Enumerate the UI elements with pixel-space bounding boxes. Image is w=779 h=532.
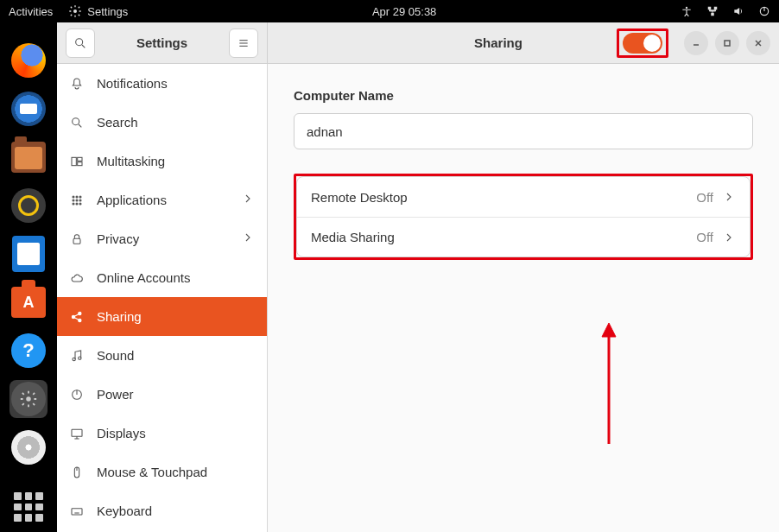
pane-title: Sharing	[276, 35, 617, 50]
svg-line-18	[79, 124, 81, 127]
network-icon	[706, 5, 719, 17]
hamburger-menu-button[interactable]	[229, 28, 258, 58]
dock-disc[interactable]	[10, 428, 48, 466]
sidebar-item-label: Applications	[97, 193, 167, 207]
svg-point-26	[76, 200, 78, 201]
svg-point-0	[73, 10, 77, 13]
sidebar-item-online-accounts[interactable]: Online Accounts	[57, 258, 267, 297]
topbar-app-indicator[interactable]: Settings	[68, 4, 128, 18]
sidebar-item-label: Sharing	[97, 309, 142, 324]
svg-point-38	[79, 357, 81, 359]
disc-icon	[11, 430, 46, 465]
writer-icon	[12, 236, 45, 272]
sidebar-item-applications[interactable]: Applications	[57, 180, 267, 219]
sidebar-item-label: Sound	[97, 348, 134, 363]
annotation-arrow	[596, 323, 622, 444]
show-applications-button[interactable]	[14, 492, 43, 522]
sidebar-item-label: Mouse & Touchpad	[97, 465, 207, 479]
sidebar-item-label: Search	[97, 115, 138, 130]
settings-window: Settings Sharing NotificationsSearchMult…	[57, 22, 779, 532]
svg-point-37	[73, 358, 75, 360]
svg-rect-14	[725, 41, 730, 46]
computer-name-input[interactable]	[294, 113, 753, 149]
dock-help[interactable]: ?	[10, 332, 48, 370]
svg-point-28	[73, 203, 74, 205]
sidebar-item-label: Privacy	[97, 231, 139, 246]
power-icon	[69, 388, 85, 402]
close-icon	[754, 39, 763, 48]
volume-icon	[732, 5, 744, 17]
sidebar-title: Settings	[102, 35, 222, 50]
svg-point-24	[79, 196, 81, 198]
svg-point-22	[73, 196, 74, 198]
sidebar-item-search[interactable]: Search	[57, 103, 267, 142]
svg-line-9	[82, 45, 85, 48]
sidebar-item-multitasking[interactable]: Multitasking	[57, 142, 267, 180]
svg-point-8	[76, 38, 83, 45]
dock-rhythmbox[interactable]	[10, 187, 48, 225]
search-button[interactable]	[66, 28, 95, 58]
sidebar-item-label: Online Accounts	[97, 270, 190, 285]
dock-settings[interactable]	[10, 380, 48, 418]
dock-firefox[interactable]	[10, 41, 48, 79]
gnome-topbar: Activities Settings Apr 29 05:38	[0, 0, 779, 22]
sidebar-item-label: Keyboard	[97, 504, 152, 518]
rhythmbox-icon	[11, 188, 46, 223]
svg-marker-52	[602, 323, 616, 337]
chevron-right-icon	[241, 192, 255, 208]
sidebar-item-notifications[interactable]: Notifications	[57, 64, 267, 103]
topbar-clock[interactable]: Apr 29 05:38	[128, 5, 681, 18]
chevron-right-icon	[241, 231, 255, 247]
window-close-button[interactable]	[746, 31, 770, 55]
svg-point-29	[76, 203, 78, 205]
bell-icon	[69, 77, 85, 91]
minimize-icon	[692, 39, 700, 48]
svg-point-27	[79, 200, 81, 201]
thunderbird-icon	[11, 92, 46, 126]
sharing-row-remote-desktop[interactable]: Remote DesktopOff	[297, 177, 750, 217]
software-icon	[11, 287, 46, 318]
svg-point-17	[73, 117, 79, 124]
sidebar-item-sharing[interactable]: Sharing	[57, 297, 267, 336]
topbar-system-menu[interactable]	[681, 5, 770, 17]
sidebar-item-power[interactable]: Power	[57, 375, 267, 414]
share-icon	[69, 310, 85, 324]
keyboard-icon	[69, 504, 85, 518]
sidebar-item-mouse-touchpad[interactable]: Mouse & Touchpad	[57, 453, 267, 491]
gear-icon	[68, 4, 82, 18]
svg-rect-2	[708, 7, 712, 10]
settings-icon	[11, 382, 46, 416]
dock-thunderbird[interactable]	[10, 90, 48, 128]
accessibility-icon	[681, 5, 693, 17]
sidebar-item-privacy[interactable]: Privacy	[57, 219, 267, 258]
sidebar-item-keyboard[interactable]: Keyboard	[57, 491, 267, 530]
dock-software[interactable]	[10, 283, 48, 321]
ubuntu-dock: ?	[0, 22, 57, 532]
activities-button[interactable]: Activities	[9, 5, 53, 18]
svg-rect-20	[78, 157, 82, 161]
window-minimize-button[interactable]	[684, 31, 708, 55]
grid-icon	[69, 193, 85, 207]
dock-files[interactable]	[10, 138, 48, 176]
annotation-highlight-rows: Remote DesktopOffMedia SharingOff	[294, 174, 753, 260]
mouse-icon	[69, 466, 85, 479]
sharing-row-media-sharing[interactable]: Media SharingOff	[297, 217, 750, 256]
power-icon	[758, 5, 770, 17]
sidebar-item-label: Power	[97, 387, 134, 402]
window-maximize-button[interactable]	[715, 31, 739, 55]
hamburger-icon	[237, 36, 250, 50]
svg-line-35	[74, 314, 79, 316]
display-icon	[69, 427, 85, 440]
sharing-master-toggle[interactable]	[623, 33, 662, 54]
maximize-icon	[723, 39, 732, 48]
headerbar: Settings Sharing	[57, 22, 779, 64]
svg-point-25	[73, 200, 74, 201]
cloud-icon	[69, 271, 85, 285]
sidebar-item-displays[interactable]: Displays	[57, 414, 267, 453]
sidebar-item-sound[interactable]: Sound	[57, 336, 267, 375]
search-icon	[69, 116, 85, 130]
row-label: Media Sharing	[311, 230, 395, 244]
settings-sidebar[interactable]: NotificationsSearchMultitaskingApplicati…	[57, 64, 268, 532]
annotation-highlight-toggle	[617, 28, 668, 58]
dock-writer[interactable]	[10, 235, 48, 273]
